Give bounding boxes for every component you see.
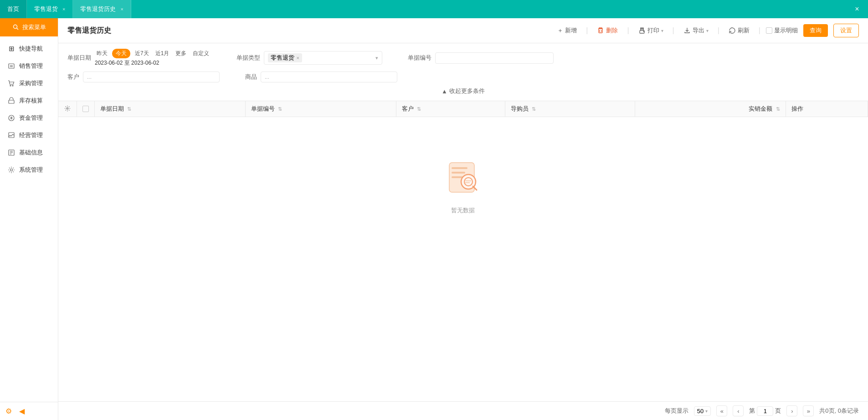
divider-4: | <box>718 26 719 35</box>
svg-rect-26 <box>452 167 467 169</box>
per-page-chevron-icon: ▾ <box>705 409 708 414</box>
th-gear[interactable] <box>58 101 77 117</box>
delete-button-label: 删除 <box>606 26 618 35</box>
th-doc-no-label: 单据编号 <box>251 105 275 112</box>
th-action: 操作 <box>786 101 868 117</box>
doc-no-filter-group: 单据编号 <box>408 52 554 64</box>
refresh-button[interactable]: 刷新 <box>725 25 753 36</box>
sidebar-item-sales[interactable]: 销售管理 <box>0 57 58 75</box>
tab-retail-return[interactable]: 零售退货 × <box>27 0 73 18</box>
date-custom[interactable]: 自定义 <box>191 49 211 58</box>
settings-button[interactable]: 设置 <box>833 24 859 37</box>
sidebar: 搜索菜单 ⊞ 快捷导航 销售管理 采购管理 <box>0 18 58 420</box>
doc-type-select[interactable]: 零售退货 × ▾ <box>264 51 382 65</box>
new-button[interactable]: ＋ 新增 <box>554 25 580 36</box>
prev-page-icon: ‹ <box>737 408 739 415</box>
sidebar-item-label: 销售管理 <box>19 62 43 70</box>
collapse-label: 收起更多条件 <box>449 87 485 95</box>
th-doc-no[interactable]: 单据编号 ⇅ <box>245 101 396 117</box>
print-chevron-icon: ▾ <box>661 28 663 33</box>
query-button[interactable]: 查询 <box>803 24 828 37</box>
basic-info-icon <box>7 149 15 157</box>
sidebar-item-purchase[interactable]: 采购管理 <box>0 75 58 92</box>
filter-row-1: 单据日期 昨天 今天 近7天 近1月 更多 自定义 2023-06-02 至 2… <box>67 49 859 67</box>
doc-type-tag-value: 零售退货 <box>271 54 294 62</box>
operations-icon <box>7 131 15 139</box>
delete-button[interactable]: 删除 <box>593 25 621 36</box>
th-date[interactable]: 单据日期 ⇅ <box>94 101 245 117</box>
collapse-button[interactable]: ▲ 收起更多条件 <box>442 87 485 95</box>
quick-nav-icon: ⊞ <box>7 45 15 53</box>
svg-rect-27 <box>452 172 465 174</box>
page-actions: ＋ 新增 | 删除 | 打印 ▾ | <box>554 24 859 37</box>
filter-row-2: 客户 ... 商品 ... <box>67 72 859 82</box>
th-amount[interactable]: 实销金额 ⇅ <box>635 101 786 117</box>
svg-point-23 <box>643 31 644 32</box>
sidebar-item-basic-info[interactable]: 基础信息 <box>0 144 58 161</box>
page-label: 第 <box>749 407 755 415</box>
date-more[interactable]: 更多 <box>174 49 188 58</box>
date-shortcuts: 昨天 今天 近7天 近1月 更多 自定义 <box>95 49 211 58</box>
tab-list: 首页 零售退货 × 零售退货历史 × <box>0 0 853 18</box>
filter-area: 单据日期 昨天 今天 近7天 近1月 更多 自定义 2023-06-02 至 2… <box>58 43 868 101</box>
window-close-button[interactable]: × <box>853 5 861 13</box>
doc-type-filter-group: 单据类型 零售退货 × ▾ <box>236 51 382 65</box>
sidebar-search[interactable]: 搜索菜单 <box>0 18 58 36</box>
date-1month[interactable]: 近1月 <box>154 49 171 58</box>
divider-5: | <box>759 26 760 35</box>
first-page-button[interactable]: « <box>716 405 727 416</box>
display-checkbox[interactable] <box>766 27 772 34</box>
sidebar-item-finance[interactable]: 资金管理 <box>0 109 58 127</box>
sidebar-bottom: ⚙ ◀ <box>0 402 58 420</box>
settings-icon[interactable]: ⚙ <box>5 407 12 415</box>
sidebar-item-operations[interactable]: 经营管理 <box>0 127 58 144</box>
tab-retail-return-history[interactable]: 零售退货历史 × <box>73 0 131 18</box>
date-7days[interactable]: 近7天 <box>133 49 151 58</box>
svg-point-17 <box>10 169 13 171</box>
export-button[interactable]: 导出 ▾ <box>680 25 712 36</box>
goods-label: 商品 <box>245 73 257 81</box>
th-amount-label: 实销金额 <box>749 105 772 112</box>
customer-select[interactable]: ... <box>83 72 220 82</box>
inventory-icon <box>7 97 15 105</box>
th-customer[interactable]: 客户 ⇅ <box>396 101 505 117</box>
date-today[interactable]: 今天 <box>112 49 130 58</box>
goods-placeholder: ... <box>265 74 269 80</box>
customer-placeholder: ... <box>87 74 92 80</box>
content-area: 零售退货历史 ＋ 新增 | 删除 | 打印 <box>58 18 868 420</box>
tab-retail-return-history-close[interactable]: × <box>120 6 123 12</box>
doc-type-label: 单据类型 <box>236 54 260 62</box>
goods-select[interactable]: ... <box>261 72 397 82</box>
print-button[interactable]: 打印 ▾ <box>635 25 667 36</box>
sidebar-item-label: 采购管理 <box>19 79 43 87</box>
tab-home[interactable]: 首页 <box>0 0 27 18</box>
doc-no-input[interactable] <box>435 52 554 64</box>
sidebar-item-quick-nav[interactable]: ⊞ 快捷导航 <box>0 40 58 57</box>
display-toggle[interactable]: 显示明细 <box>766 26 798 35</box>
trash-icon <box>597 27 604 35</box>
last-page-button[interactable]: » <box>803 405 814 416</box>
print-icon <box>638 27 646 35</box>
sidebar-item-inventory[interactable]: 库存核算 <box>0 92 58 109</box>
per-page-select[interactable]: 50 ▾ <box>694 406 711 416</box>
page-number: 第 页 <box>749 406 781 416</box>
tab-retail-return-close[interactable]: × <box>62 6 65 12</box>
collapse-sidebar-icon[interactable]: ◀ <box>19 407 25 415</box>
prev-page-button[interactable]: ‹ <box>733 405 744 416</box>
date-yesterday[interactable]: 昨天 <box>95 49 109 58</box>
settings-button-label: 设置 <box>840 26 852 35</box>
sort-amount-icon: ⇅ <box>776 106 780 112</box>
sidebar-item-label: 经营管理 <box>19 131 43 139</box>
goods-filter-group: 商品 ... <box>245 72 397 82</box>
doc-type-tag-close[interactable]: × <box>296 55 299 61</box>
th-checkbox[interactable] <box>77 101 94 117</box>
finance-icon <box>7 114 15 122</box>
th-customer-label: 客户 <box>402 105 414 112</box>
divider-1: | <box>586 26 588 35</box>
main-layout: 搜索菜单 ⊞ 快捷导航 销售管理 采购管理 <box>0 18 868 420</box>
page-input[interactable] <box>757 406 773 416</box>
next-page-button[interactable]: › <box>786 405 797 416</box>
top-bar-right: × <box>853 5 868 13</box>
th-guide[interactable]: 导购员 ⇅ <box>505 101 635 117</box>
sidebar-item-system[interactable]: 系统管理 <box>0 161 58 179</box>
